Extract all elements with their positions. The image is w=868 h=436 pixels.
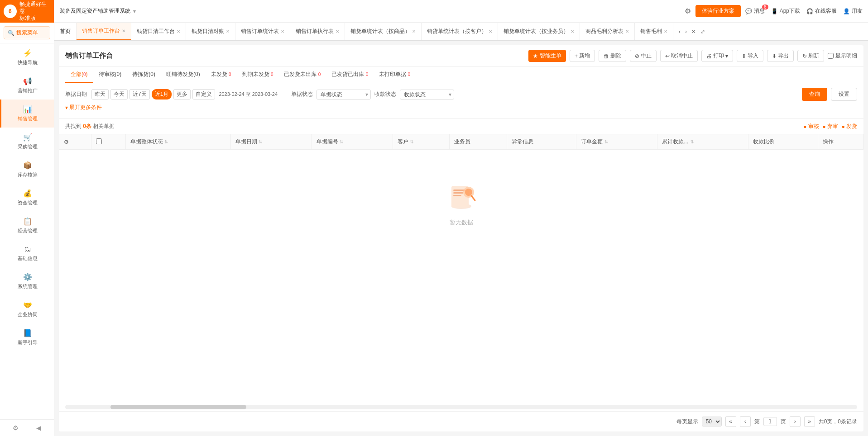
close-tab-icon[interactable]: ✕ <box>336 29 339 34</box>
status-select[interactable]: 单据状态 <box>317 90 371 100</box>
col-status[interactable]: 单据整体状态 ⇅ <box>125 134 230 150</box>
col-number[interactable]: 单据编号 ⇅ <box>312 134 393 150</box>
bulk-review-button[interactable]: ● 审核 <box>803 123 819 130</box>
show-detail-checkbox[interactable]: 显示明细 <box>828 52 857 60</box>
tab-sales-exec[interactable]: 销售订单执行表 ✕ <box>290 23 345 40</box>
col-customer[interactable]: 客户 ⇅ <box>393 134 449 150</box>
delete-button[interactable]: 🗑 删除 <box>599 50 626 62</box>
tab-sales-summary-product[interactable]: 销货单统计表（按商品） ✕ <box>345 23 422 40</box>
sub-tab-not-printed[interactable]: 未打印单据 0 <box>374 67 416 83</box>
online-service-item[interactable]: 🎧 在线客服 <box>806 7 837 15</box>
tab-sales-profit[interactable]: 销售毛利 ✕ <box>635 23 673 40</box>
import-button[interactable]: ⬆ 导入 <box>737 50 763 62</box>
query-button[interactable]: 查询 <box>802 88 827 101</box>
date-btn-today[interactable]: 今天 <box>110 89 128 100</box>
sub-tab-not-shipped[interactable]: 未发货 0 <box>206 67 237 83</box>
smart-order-button[interactable]: ★ 智能生单 <box>528 50 566 62</box>
tab-prev-icon[interactable]: ‹ <box>677 27 682 37</box>
close-tab-icon[interactable]: ✕ <box>571 29 574 34</box>
col-settings[interactable]: ⚙ <box>59 134 91 150</box>
tab-sales-summary-staff[interactable]: 销货单统计表（按业务员） ✕ <box>498 23 580 40</box>
stop-button[interactable]: ⊘ 中止 <box>630 50 657 62</box>
date-btn-yesterday[interactable]: 昨天 <box>91 89 109 100</box>
user-item[interactable]: 👤 用友 <box>843 7 863 15</box>
add-button[interactable]: + 新增 <box>570 50 595 62</box>
col-ratio[interactable]: 收款比例 <box>748 134 818 150</box>
tab-sales-stats[interactable]: 销售订单统计表 ✕ <box>235 23 290 40</box>
svg-point-6 <box>465 189 472 196</box>
tab-next-icon[interactable]: › <box>683 27 689 37</box>
tab-sales-order[interactable]: 销售订单工作台 ✕ <box>77 23 131 40</box>
sidebar-item-finance[interactable]: 💰 资金管理 <box>0 184 54 212</box>
col-amount[interactable]: 订单金额 ⇅ <box>576 134 657 150</box>
setting-button[interactable]: 设置 <box>831 88 857 101</box>
date-btn-7days[interactable]: 近7天 <box>129 89 150 100</box>
settings-icon[interactable]: ⚙ <box>685 7 691 15</box>
tab-cash-reconcile[interactable]: 钱货日清对账 ✕ <box>186 23 235 40</box>
close-tab-icon[interactable]: ✕ <box>281 29 284 34</box>
sub-tab-overdue[interactable]: 到期未发货 0 <box>237 67 279 83</box>
col-staff[interactable]: 业务员 <box>449 134 507 150</box>
close-tab-icon[interactable]: ✕ <box>177 29 180 34</box>
first-page-button[interactable]: « <box>725 416 736 427</box>
sidebar-item-inventory[interactable]: 📦 库存核算 <box>0 156 54 184</box>
page-size-select[interactable]: 50 <box>702 417 722 427</box>
close-tab-icon[interactable]: ✕ <box>226 29 230 34</box>
last-page-button[interactable]: » <box>804 416 815 427</box>
payment-select[interactable]: 收款状态 <box>400 90 454 100</box>
search-menu-button[interactable]: 🔍 搜索菜单 <box>4 26 50 39</box>
sub-tab-all[interactable]: 全部(0) <box>65 67 93 83</box>
settings-bottom-btn[interactable]: ⚙ <box>13 424 19 431</box>
tab-close-all-icon[interactable]: ✕ <box>690 27 698 37</box>
sub-tab-pending-review[interactable]: 待审核(0) <box>93 67 127 83</box>
tab-sales-summary-customer[interactable]: 销货单统计表（按客户） ✕ <box>422 23 498 40</box>
sub-tab-shipped-out[interactable]: 已发货已出库 0 <box>326 67 374 83</box>
sidebar-item-system[interactable]: ⚙️ 系统管理 <box>0 267 54 295</box>
app-download-item[interactable]: 📱 App下载 <box>771 7 800 15</box>
message-item[interactable]: 💬 消息 6 <box>745 7 765 15</box>
sub-tab-shipped-not-out[interactable]: 已发货未出库 0 <box>278 67 326 83</box>
sidebar-item-quick-nav[interactable]: ⚡ 快捷导航 <box>0 43 54 71</box>
trial-button[interactable]: 体验行业方案 <box>695 5 741 17</box>
close-tab-icon[interactable]: ✕ <box>664 29 667 34</box>
date-btn-more[interactable]: 更多 <box>173 89 191 100</box>
close-tab-icon[interactable]: ✕ <box>412 29 416 34</box>
col-abnormal[interactable]: 异常信息 <box>507 134 576 150</box>
sidebar-item-sales[interactable]: 📊 销售管理 <box>0 100 54 128</box>
expand-filter-button[interactable]: ▾ 展开更多条件 <box>65 104 102 111</box>
sub-tab-pending-inspect[interactable]: 待拣货(0) <box>127 67 161 83</box>
page-input[interactable] <box>763 417 777 426</box>
close-tab-icon[interactable]: ✕ <box>122 28 125 33</box>
close-tab-icon[interactable]: ✕ <box>489 29 492 34</box>
date-btn-1month[interactable]: 近1月 <box>152 89 172 100</box>
refresh-button[interactable]: ↻ 刷新 <box>797 50 824 62</box>
sidebar-item-marketing[interactable]: 📢 营销推广 <box>0 71 54 100</box>
tab-fullscreen-icon[interactable]: ⤢ <box>699 27 707 37</box>
payment-select-wrapper: 收款状态 <box>400 90 454 100</box>
next-page-button[interactable]: › <box>790 416 801 427</box>
tab-home[interactable]: 首页 <box>54 23 77 40</box>
sidebar-item-cooperation[interactable]: 🤝 企业协同 <box>0 295 54 323</box>
empty-state-row: 暂无数据 <box>59 150 863 254</box>
close-tab-icon[interactable]: ✕ <box>625 29 629 34</box>
sidebar-item-purchase[interactable]: 🛒 采购管理 <box>0 128 54 156</box>
sub-tab-wangpu[interactable]: 旺铺待发货(0) <box>161 67 206 83</box>
sidebar-item-guide[interactable]: 📘 新手引导 <box>0 323 54 351</box>
tab-cash-daily[interactable]: 钱货日清工作台 ✕ <box>131 23 186 40</box>
export-button[interactable]: ⬇ 导出 <box>767 50 794 62</box>
tab-goods-margin[interactable]: 商品毛利分析表 ✕ <box>580 23 635 40</box>
date-btn-custom[interactable]: 自定义 <box>192 89 215 100</box>
print-button[interactable]: 🖨 打印 ▾ <box>701 50 733 62</box>
bulk-ship-button[interactable]: ● 发货 <box>842 123 857 130</box>
col-date[interactable]: 单据日期 ⇅ <box>231 134 312 150</box>
horizontal-scrollbar[interactable] <box>65 405 857 409</box>
col-checkbox[interactable] <box>91 134 126 150</box>
col-collected[interactable]: 累计收款... ⇅ <box>657 134 748 150</box>
scrollbar-thumb[interactable] <box>110 405 246 409</box>
collapse-btn[interactable]: ◀ <box>36 424 41 431</box>
cancel-stop-button[interactable]: ↩ 取消中止 <box>660 50 698 62</box>
sidebar-item-operations[interactable]: 📋 经营管理 <box>0 212 54 240</box>
prev-page-button[interactable]: ‹ <box>740 416 751 427</box>
sidebar-item-basic[interactable]: 🗂 基础信息 <box>0 240 54 267</box>
bulk-cancel-review-button[interactable]: ● 弃审 <box>823 123 838 130</box>
